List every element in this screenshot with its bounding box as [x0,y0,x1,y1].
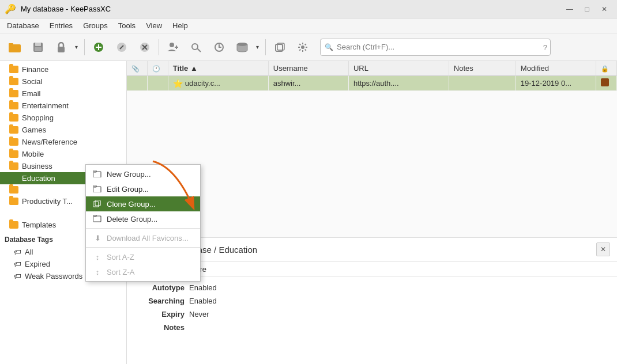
svg-point-21 [237,43,247,46]
cell-url: https://auth.... [348,76,449,91]
notes-label: Notes [138,323,185,332]
folder-icon [9,186,18,194]
context-menu: New Group... Edit Group... Clone Group..… [85,164,201,282]
close-button[interactable]: ✕ [596,2,612,16]
col-notes[interactable]: Notes [449,61,516,76]
ctx-download-favicons-label: Download All Favicons... [107,234,189,242]
database-button-group: ▾ [232,37,262,58]
group-info-content: Autotype Enabled Searching Enabled Expir… [127,276,617,343]
svg-point-14 [170,43,174,47]
ctx-delete-group[interactable]: Delete Group... [86,211,200,226]
svg-rect-5 [58,47,65,52]
ctx-delete-group-icon [93,214,102,223]
tag-icon: 🏷 [14,272,21,280]
svg-rect-30 [95,200,100,206]
add-entry-button[interactable] [88,37,109,58]
info-expiry-row: Expiry Never [138,310,605,318]
cell-modified: 19-12-2019 0... [516,76,596,91]
col-title[interactable]: Title ▲ [168,61,268,76]
attachment-icon: 📎 [131,65,140,72]
sidebar-item-label: Productivity T... [22,197,73,206]
tag-icon: 🏷 [14,260,21,268]
ctx-new-group[interactable]: New Group... [86,166,200,181]
autotype-value: Enabled [189,283,217,292]
title-bar: 🔑 My database - KeePassXC — □ ✕ [0,0,617,18]
sidebar-item-label: Social [22,77,42,86]
menu-groups[interactable]: Groups [78,20,112,32]
menu-entries[interactable]: Entries [45,20,77,32]
title-bar-title: My database - KeePassXC [21,5,111,13]
col-url[interactable]: URL [348,61,449,76]
menu-database[interactable]: Database [2,20,44,32]
menu-view[interactable]: View [141,20,167,32]
sidebar-item-news-reference[interactable]: News/Reference [0,136,126,148]
database-button[interactable] [232,37,253,58]
col-username[interactable]: Username [268,61,348,76]
ctx-sort-az-label: Sort A-Z [107,253,134,261]
info-searching-row: Searching Enabled [138,297,605,305]
folder-icon [9,162,18,170]
toolbar-separator-3 [265,39,266,55]
sidebar-item-label: Education [22,174,55,183]
time-icon: 🕐 [152,65,160,72]
sync-button[interactable] [209,37,230,58]
menu-tools[interactable]: Tools [114,20,140,32]
add-user-button[interactable] [163,37,183,58]
cell-username: ashwir... [268,76,348,91]
menu-bar: Database Entries Groups Tools View Help [0,18,617,33]
svg-rect-1 [9,43,13,46]
ctx-sort-za-label: Sort Z-A [107,268,134,276]
sidebar-item-mobile[interactable]: Mobile [0,148,126,160]
svg-rect-3 [35,43,41,46]
save-button[interactable] [28,37,48,58]
search-input[interactable] [320,39,551,56]
app-icon: 🔑 [5,3,16,14]
table-row[interactable]: ⭐ udacity.c... ashwir... https://auth...… [127,76,617,91]
clone-button[interactable] [269,37,290,58]
key-button[interactable] [186,37,206,58]
col-attachment[interactable]: 📎 [127,61,147,76]
sidebar-item-entertainment[interactable]: Entertainment [0,100,126,112]
col-modified[interactable]: Modified [516,61,596,76]
folder-icon [9,78,18,85]
sidebar-item-shopping[interactable]: Shopping [0,112,126,124]
lock-dropdown-button[interactable]: ▾ [72,37,81,58]
lock-button[interactable] [51,37,72,58]
folder-icon [9,90,18,97]
group-info-close-button[interactable]: ✕ [596,242,610,256]
cell-notes [449,76,516,91]
open-folder-button[interactable] [5,37,25,58]
edit-entry-button[interactable] [111,37,132,58]
ctx-clone-group[interactable]: Clone Group... [86,196,200,211]
menu-help[interactable]: Help [168,20,193,32]
delete-entry-button[interactable] [134,37,155,58]
entry-table: 📎 🕐 Title ▲ Username URL Notes Modified [127,61,617,91]
ctx-new-group-icon [93,169,102,179]
expiry-label: Expiry [138,310,185,318]
col-time[interactable]: 🕐 [147,61,168,76]
sidebar-item-games[interactable]: Games [0,124,126,136]
ctx-delete-group-label: Delete Group... [107,215,157,223]
maximize-button[interactable]: □ [579,2,595,16]
sidebar-item-label: Games [22,126,46,134]
table-header-row: 📎 🕐 Title ▲ Username URL Notes Modified [127,61,617,76]
title-bar-left: 🔑 My database - KeePassXC [5,3,111,14]
ctx-sort-za-icon: ↕ [93,267,102,276]
database-dropdown-button[interactable]: ▾ [253,37,262,58]
ctx-edit-group-label: Edit Group... [107,185,149,194]
cell-attachment [127,76,147,91]
search-help-button[interactable]: ? [543,43,547,51]
sidebar-item-finance[interactable]: Finance [0,63,126,75]
ctx-edit-group[interactable]: Edit Group... [86,181,200,196]
col-lock[interactable]: 🔒 [596,61,616,76]
ctx-sort-az: ↕ Sort A-Z [86,249,200,264]
info-autotype-row: Autotype Enabled [138,283,605,292]
tag-icon: 🏷 [14,248,21,256]
minimize-button[interactable]: — [562,2,578,16]
sidebar-item-email[interactable]: Email [0,88,126,100]
expiry-value: Never [189,310,209,318]
settings-button[interactable] [292,37,313,58]
sidebar-item-social[interactable]: Social [0,75,126,88]
tag-label: Weak Passwords [25,272,82,280]
search-container: 🔍 ? [320,39,551,56]
